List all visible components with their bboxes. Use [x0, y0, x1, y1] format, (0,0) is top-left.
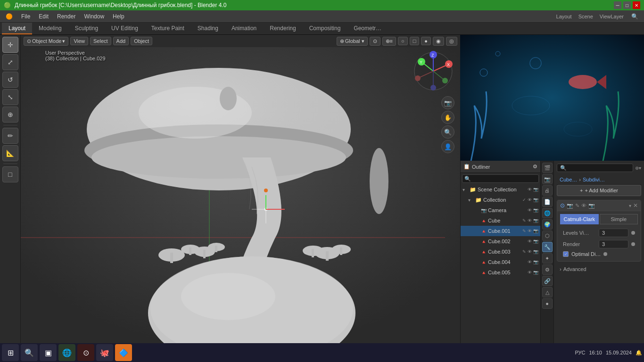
cube-vis[interactable]: 👁	[528, 218, 532, 223]
tool-scale[interactable]: ⤡	[2, 89, 18, 105]
cube-render[interactable]: 📷	[533, 218, 538, 223]
collection-check[interactable]: ✓	[522, 197, 526, 202]
prop-btn-material[interactable]: ●	[542, 298, 553, 309]
breadcrumb-modifier[interactable]: Subdivi…	[583, 177, 605, 182]
tab-texture-paint[interactable]: Texture Paint	[145, 23, 191, 34]
tool-annotate[interactable]: ✏	[2, 128, 18, 144]
cube002-vis[interactable]: 👁	[528, 239, 532, 244]
menu-window[interactable]: Window	[80, 12, 108, 21]
prop-btn-modifier[interactable]: 🔧	[542, 242, 553, 252]
prop-btn-output[interactable]: 🖨	[542, 185, 553, 196]
outliner-item-cube-004[interactable]: 🔺 Cube.004 👁 📷	[461, 257, 540, 267]
tab-simple[interactable]: Simple	[600, 214, 638, 224]
start-button[interactable]: ⊞	[2, 344, 19, 361]
object-menu[interactable]: Object	[131, 37, 152, 45]
prop-btn-scene-props[interactable]: 🌐	[542, 208, 553, 218]
render-input[interactable]: 3	[599, 240, 628, 248]
prop-btn-scene[interactable]: 🎬	[542, 163, 553, 173]
prop-btn-particles[interactable]: ✦	[542, 253, 553, 263]
levels-viewport-input[interactable]: 3	[599, 229, 628, 237]
tab-sculpting[interactable]: Sculpting	[68, 23, 105, 34]
cube002-render[interactable]: 📷	[533, 239, 538, 244]
snapping-toggle[interactable]: ⊙	[370, 37, 380, 46]
outliner-item-cube-003[interactable]: 🔺 Cube.003 ✎ 👁 📷	[461, 247, 540, 257]
breadcrumb-object[interactable]: Cube…	[560, 177, 577, 182]
modifier-search-input[interactable]	[557, 164, 633, 172]
add-menu[interactable]: Add	[113, 37, 129, 45]
zoom-button[interactable]: 🔍	[441, 125, 454, 139]
viewport-overlay-toggle[interactable]: ○	[398, 37, 408, 45]
tab-layout[interactable]: Layout	[2, 23, 32, 34]
tab-rendering[interactable]: Rendering	[263, 23, 302, 34]
minimize-button[interactable]: ─	[614, 1, 621, 9]
title-bar-controls[interactable]: ─ □ ✕	[614, 1, 640, 9]
add-modifier-button[interactable]: + + Add Modifier	[557, 185, 641, 196]
tab-modeling[interactable]: Modeling	[32, 23, 68, 34]
cube005-vis[interactable]: 👁	[528, 270, 532, 275]
menu-blender[interactable]: 🟠	[2, 12, 17, 21]
task-view-button[interactable]: ▣	[40, 344, 57, 361]
outliner-item-cube[interactable]: 🔺 Cube ✎ 👁 📷	[461, 215, 540, 226]
advanced-section-toggle[interactable]: › Advanced	[557, 264, 641, 274]
viewport-shading-rendered[interactable]: ◎	[446, 37, 457, 46]
prop-btn-object[interactable]: ⬡	[542, 230, 553, 241]
cube004-vis[interactable]: 👁	[528, 260, 532, 264]
optimal-display-checkbox[interactable]: ✓	[563, 251, 569, 257]
prop-btn-world[interactable]: 🌍	[542, 219, 553, 230]
cube003-vis[interactable]: 👁	[528, 249, 532, 254]
close-button[interactable]: ✕	[633, 1, 640, 9]
chrome-button[interactable]: 🌐	[58, 344, 75, 361]
modifier-visibility-icon[interactable]: ⊙	[560, 202, 565, 209]
outliner-filter-icon[interactable]: ⚙	[533, 164, 537, 170]
outliner-item-camera[interactable]: 📷 Camera 👁 📷	[461, 205, 540, 215]
menu-edit[interactable]: Edit	[35, 12, 52, 21]
tool-move[interactable]: ⤢	[2, 54, 18, 70]
cube001-vis[interactable]: 👁	[528, 229, 532, 233]
maximize-button[interactable]: □	[623, 1, 631, 9]
taskbar-notification[interactable]: 🔔	[636, 350, 642, 356]
tool-transform[interactable]: ⊕	[2, 107, 18, 123]
camera-vis[interactable]: 👁	[528, 208, 532, 213]
outliner-item-cube-005[interactable]: 🔺 Cube.005 👁 📷	[461, 267, 540, 278]
opera-button[interactable]: ⊙	[77, 344, 94, 361]
camera-person-button[interactable]: 👤	[441, 140, 454, 153]
modifier-dropdown-icon[interactable]: ▾	[629, 203, 631, 208]
modifier-camera-icon[interactable]: 📷	[567, 203, 573, 209]
collection-vis[interactable]: 👁	[528, 197, 532, 202]
mode-selector[interactable]: ⊙ Object Mode ▾	[24, 37, 68, 46]
collection-render[interactable]: 📷	[533, 197, 538, 202]
tab-animation[interactable]: Animation	[225, 23, 263, 34]
view-menu[interactable]: View	[70, 37, 88, 45]
viewport-shading-solid[interactable]: ●	[421, 37, 431, 45]
prop-btn-physics[interactable]: ⚙	[542, 264, 553, 275]
camera-render[interactable]: 📷	[533, 208, 538, 213]
cube003-render[interactable]: 📷	[533, 249, 538, 254]
cube004-render[interactable]: 📷	[533, 260, 538, 264]
prop-btn-constraints[interactable]: 🔗	[542, 276, 553, 286]
camera-view-button[interactable]: 📷	[441, 96, 454, 109]
transform-global[interactable]: ⊕ Global ▾	[337, 37, 368, 46]
tab-uv-editing[interactable]: UV Editing	[105, 23, 145, 34]
modifier-render2-icon[interactable]: 📷	[588, 203, 595, 209]
tool-measure[interactable]: 📐	[2, 145, 18, 161]
tool-rotate[interactable]: ↺	[2, 72, 18, 88]
github-button[interactable]: 🐙	[96, 344, 113, 361]
prop-btn-render[interactable]: 📷	[542, 174, 553, 184]
scene-collection-render[interactable]: 📷	[533, 187, 538, 192]
modifier-close-icon[interactable]: ✕	[633, 202, 638, 209]
viewport-shading-wire[interactable]: □	[410, 37, 420, 45]
outliner-item-cube-002[interactable]: 🔺 Cube.002 👁 📷	[461, 236, 540, 247]
cube001-render[interactable]: 📷	[533, 229, 538, 233]
modifier-edit-icon[interactable]: ✎	[575, 203, 579, 209]
outliner-item-collection[interactable]: ▾ 📁 Collection ✓ 👁 📷	[461, 195, 540, 205]
tab-geometry[interactable]: Geometr…	[347, 23, 388, 34]
menu-file[interactable]: File	[17, 12, 34, 21]
outliner-item-cube-001[interactable]: 🔺 Cube.001 ✎ 👁 📷	[461, 226, 540, 236]
tab-shading[interactable]: Shading	[191, 23, 225, 34]
viewport-shading-material[interactable]: ◉	[433, 37, 444, 46]
menu-render[interactable]: Render	[53, 12, 79, 21]
blender-taskbar-button[interactable]: 🔷	[115, 344, 132, 361]
scene-collection-vis[interactable]: 👁	[528, 187, 532, 192]
search-taskbar-button[interactable]: 🔍	[21, 344, 38, 361]
prop-btn-view-layer[interactable]: 📄	[542, 197, 553, 207]
